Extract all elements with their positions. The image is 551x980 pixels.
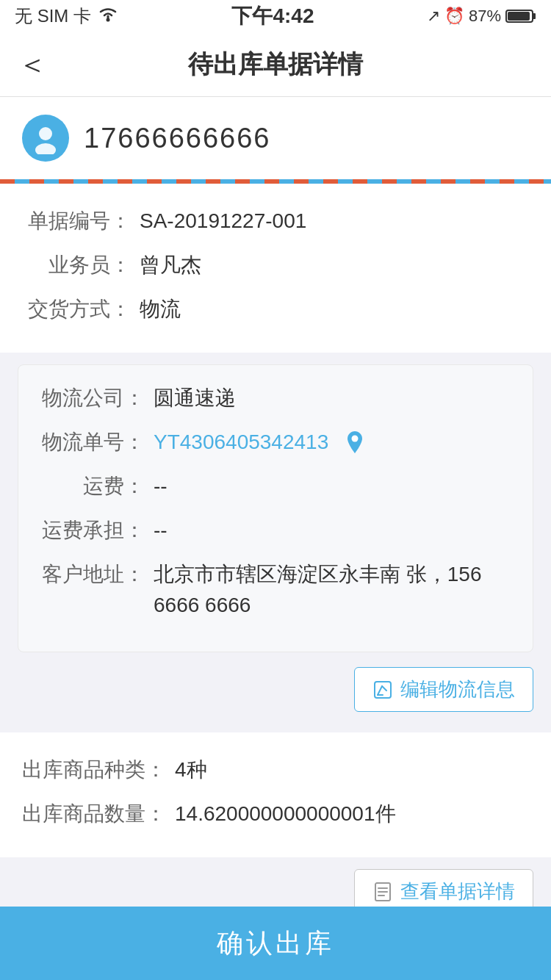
document-icon (372, 882, 393, 902)
section-divider (0, 724, 551, 732)
svg-rect-3 (508, 12, 530, 21)
salesman-label: 业务员： (22, 250, 140, 281)
salesman-row: 业务员： 曾凡杰 (22, 250, 529, 281)
goods-quantity-row: 出库商品数量： 14.620000000000001件 (22, 799, 529, 829)
wifi-icon (97, 6, 119, 26)
freight-bear-label: 运费承担： (36, 515, 154, 546)
delivery-label: 交货方式： (22, 294, 140, 325)
edit-logistics-container: 编辑物流信息 (18, 667, 533, 712)
content: 17666666666 单据编号： SA-20191227-001 业务员： 曾… (0, 97, 551, 980)
battery-text: 87% (469, 7, 501, 26)
avatar (22, 115, 69, 162)
logistics-tracking-label: 物流单号： (36, 427, 154, 458)
edit-logistics-button[interactable]: 编辑物流信息 (354, 667, 533, 712)
alarm-icon: ⏰ (444, 7, 464, 26)
doc-no-label: 单据编号： (22, 206, 140, 237)
goods-types-value: 4种 (175, 754, 529, 785)
view-detail-label: 查看单据详情 (400, 879, 515, 904)
svg-point-4 (39, 127, 52, 140)
back-button[interactable]: ＜ (18, 44, 47, 84)
stats-section: 出库商品种类： 4种 出库商品数量： 14.620000000000001件 (0, 732, 551, 857)
logistics-company-value: 圆通速递 (154, 383, 515, 414)
confirm-button[interactable]: 确认出库 (0, 907, 551, 980)
status-bar: 无 SIM 卡 下午4:42 ↗ ⏰ 87% (0, 0, 551, 32)
logistics-company-label: 物流公司： (36, 383, 154, 414)
edit-icon (372, 680, 393, 700)
goods-quantity-value: 14.620000000000001件 (175, 799, 529, 829)
delivery-row: 交货方式： 物流 (22, 294, 529, 325)
battery-icon (505, 8, 536, 24)
freight-bear-value: -- (154, 515, 515, 546)
status-left: 无 SIM 卡 (15, 4, 119, 28)
doc-no-row: 单据编号： SA-20191227-001 (22, 206, 529, 237)
time-display: 下午4:42 (231, 2, 314, 30)
confirm-button-label: 确认出库 (217, 926, 334, 962)
tracking-with-icon: YT43064053424​13 (154, 427, 370, 458)
basic-info-section: 单据编号： SA-20191227-001 业务员： 曾凡杰 交货方式： 物流 (0, 184, 551, 353)
nav-bar: ＜ 待出库单据详情 (0, 32, 551, 97)
goods-types-label: 出库商品种类： (22, 754, 175, 785)
svg-rect-2 (533, 13, 536, 19)
svg-point-0 (107, 18, 110, 22)
freight-label: 运费： (36, 471, 154, 502)
logistics-company-row: 物流公司： 圆通速递 (36, 383, 515, 414)
svg-line-9 (382, 686, 386, 691)
doc-no-value: SA-20191227-001 (140, 206, 529, 237)
svg-line-8 (378, 686, 382, 695)
edit-logistics-label: 编辑物流信息 (400, 677, 515, 702)
page-title: 待出库单据详情 (188, 48, 363, 82)
status-right: ↗ ⏰ 87% (427, 7, 536, 26)
delivery-value: 物流 (140, 294, 529, 325)
svg-point-6 (352, 436, 359, 442)
freight-value: -- (154, 471, 515, 502)
freight-row: 运费： -- (36, 471, 515, 502)
user-phone: 17666666666 (84, 123, 270, 154)
freight-bear-row: 运费承担： -- (36, 515, 515, 546)
location-status-icon: ↗ (427, 7, 440, 26)
address-label: 客户地址： (36, 559, 154, 590)
carrier-text: 无 SIM 卡 (15, 4, 91, 28)
goods-types-row: 出库商品种类： 4种 (22, 754, 529, 785)
goods-quantity-label: 出库商品数量： (22, 799, 175, 829)
logistics-tracking-row: 物流单号： YT43064053424​13 (36, 427, 515, 458)
svg-point-5 (35, 143, 56, 154)
user-card: 17666666666 (0, 97, 551, 179)
logistics-card: 物流公司： 圆通速递 物流单号： YT43064053424​13 运费： --… (18, 364, 533, 652)
salesman-value: 曾凡杰 (140, 250, 529, 281)
logistics-tracking-value: YT43064053424​13 (154, 427, 328, 458)
location-pin-icon[interactable] (340, 428, 370, 457)
address-row: 客户地址： 北京市市辖区海淀区永丰南 张，156 6666 6666 (36, 559, 515, 621)
address-value: 北京市市辖区海淀区永丰南 张，156 6666 6666 (154, 559, 515, 621)
